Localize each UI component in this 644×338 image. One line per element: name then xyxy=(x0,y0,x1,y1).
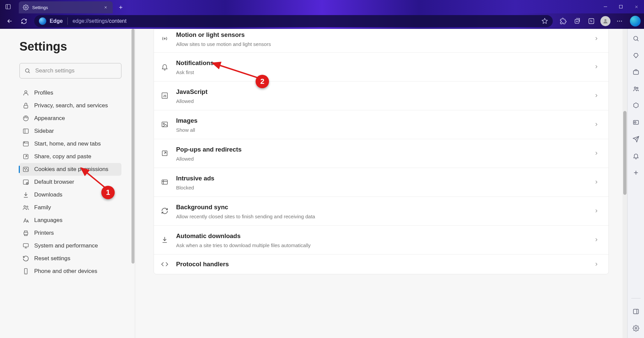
svg-point-28 xyxy=(26,206,28,207)
sidebar-people-icon[interactable] xyxy=(632,85,640,93)
svg-point-6 xyxy=(604,19,606,21)
share-icon xyxy=(22,153,30,160)
fx-button[interactable]: fx xyxy=(585,15,598,27)
svg-point-46 xyxy=(635,328,637,329)
svg-rect-45 xyxy=(633,309,638,314)
nav-item-home[interactable]: Start, home, and new tabs xyxy=(19,137,121,150)
nav-item-label: Start, home, and new tabs xyxy=(34,140,101,147)
sidebar-search-icon[interactable] xyxy=(632,35,640,42)
nav-item-share[interactable]: Share, copy and paste xyxy=(19,150,121,163)
nav-item-family[interactable]: Family xyxy=(19,201,121,214)
permission-row-js[interactable]: JSJavaScriptAllowed xyxy=(154,81,608,110)
svg-rect-29 xyxy=(24,232,28,235)
favorites-icon[interactable] xyxy=(541,18,548,24)
nav-item-label: Cookies and site permissions xyxy=(34,166,108,173)
protocol-icon xyxy=(161,260,169,268)
sidebar-add-icon[interactable] xyxy=(632,169,640,176)
permission-title: Protocol handlers xyxy=(176,260,594,269)
languages-icon xyxy=(22,217,30,224)
permission-title: Notifications xyxy=(176,59,594,67)
permission-sub: Ask when a site tries to download multip… xyxy=(176,242,594,248)
svg-point-32 xyxy=(164,38,165,40)
browser-tab[interactable]: Settings xyxy=(19,1,113,13)
nav-item-cookies[interactable]: Cookies and site permissions xyxy=(19,163,121,176)
nav-item-label: Printers xyxy=(34,230,54,236)
profile-button[interactable] xyxy=(599,15,612,27)
svg-rect-35 xyxy=(162,122,168,127)
nav-item-label: Languages xyxy=(34,217,62,224)
nav-item-label: System and performance xyxy=(34,242,98,249)
svg-point-1 xyxy=(25,7,27,8)
nav-item-label: Downloads xyxy=(34,191,62,198)
sidebar-panel-icon[interactable] xyxy=(632,308,640,315)
extensions-button[interactable] xyxy=(557,15,570,27)
sidebar-icon xyxy=(22,127,30,135)
address-bar[interactable]: Edge edge://settings/content xyxy=(34,15,553,27)
close-tab-button[interactable] xyxy=(103,4,109,10)
svg-rect-40 xyxy=(633,71,638,74)
svg-rect-21 xyxy=(23,167,29,171)
address-brand: Edge xyxy=(50,18,63,24)
nav-item-languages[interactable]: Languages xyxy=(19,214,121,227)
nav-item-reset[interactable]: Reset settings xyxy=(19,252,121,265)
nav-item-label: Reset settings xyxy=(34,255,70,262)
nav-scrollbar[interactable] xyxy=(131,29,135,338)
annotation-marker-1: 1 xyxy=(101,186,115,199)
settings-search[interactable] xyxy=(19,63,121,78)
nav-item-printer[interactable]: Printers xyxy=(19,227,121,239)
content-scrollbar[interactable] xyxy=(623,29,627,338)
refresh-button[interactable] xyxy=(17,15,30,27)
tab-actions-button[interactable] xyxy=(0,0,16,13)
nav-item-system[interactable]: System and performance xyxy=(19,239,121,252)
bing-button[interactable] xyxy=(630,16,641,26)
permission-row-protocol[interactable]: Protocol handlers xyxy=(154,255,608,274)
permission-sub: Allow sites to use motion and light sens… xyxy=(176,41,594,47)
permission-row-sensor[interactable]: Motion or light sensorsAllow sites to us… xyxy=(154,29,608,53)
maximize-button[interactable] xyxy=(613,0,629,13)
svg-point-16 xyxy=(27,118,28,118)
sidebar-hex-icon[interactable] xyxy=(632,102,640,109)
back-button[interactable] xyxy=(3,15,16,27)
sidebar-send-icon[interactable] xyxy=(632,135,640,143)
minimize-button[interactable] xyxy=(598,0,613,13)
more-button[interactable] xyxy=(613,15,626,27)
permission-row-ads[interactable]: Intrusive adsBlocked xyxy=(154,168,608,197)
popup-icon xyxy=(161,149,169,157)
nav-item-palette[interactable]: Appearance xyxy=(19,112,121,125)
chevron-right-icon xyxy=(594,93,599,98)
permission-row-auto-dl[interactable]: Automatic downloadsAsk when a site tries… xyxy=(154,226,608,255)
permission-title: Background sync xyxy=(176,203,594,212)
collections-button[interactable] xyxy=(571,15,584,27)
svg-point-39 xyxy=(634,36,638,40)
search-input[interactable] xyxy=(35,67,116,74)
sidebar-outlook-icon[interactable] xyxy=(632,119,640,126)
sidebar-shopping-icon[interactable] xyxy=(632,52,640,59)
bell-icon xyxy=(161,63,169,71)
sidebar-tools-icon[interactable] xyxy=(632,68,640,76)
permission-sub: Ask first xyxy=(176,69,594,75)
permission-title: Motion or light sensors xyxy=(176,31,594,39)
sidebar-bell-icon[interactable] xyxy=(632,152,640,160)
image-icon xyxy=(161,120,169,128)
chevron-right-icon xyxy=(594,237,599,242)
permission-row-image[interactable]: ImagesShow all xyxy=(154,110,608,139)
nav-item-lock[interactable]: Privacy, search, and services xyxy=(19,99,121,112)
family-icon xyxy=(22,204,30,211)
sync-icon xyxy=(161,207,169,215)
sidebar-settings-icon[interactable] xyxy=(632,325,640,332)
nav-item-phone[interactable]: Phone and other devices xyxy=(19,265,121,278)
svg-point-14 xyxy=(24,118,25,118)
nav-item-person[interactable]: Profiles xyxy=(19,87,121,99)
permission-row-popup[interactable]: Pop-ups and redirectsAllowed xyxy=(154,139,608,168)
chevron-right-icon xyxy=(594,262,599,267)
tab-title: Settings xyxy=(32,5,103,10)
annotation-marker-2: 2 xyxy=(256,75,269,88)
permission-title: Automatic downloads xyxy=(176,232,594,240)
svg-rect-38 xyxy=(162,180,168,184)
permission-row-sync[interactable]: Background syncAllow recently closed sit… xyxy=(154,197,608,226)
permission-row-bell[interactable]: NotificationsAsk first xyxy=(154,53,608,81)
nav-item-sidebar[interactable]: Sidebar xyxy=(19,125,121,137)
new-tab-button[interactable] xyxy=(115,1,127,13)
svg-point-7 xyxy=(617,21,618,22)
close-window-button[interactable] xyxy=(629,0,644,13)
